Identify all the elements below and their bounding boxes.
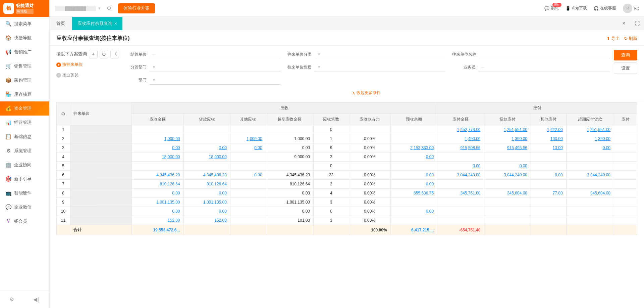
query-button[interactable]: 查询 — [614, 50, 637, 60]
table-cell[interactable] — [183, 134, 230, 143]
table-cell[interactable] — [230, 189, 266, 198]
sidebar-collapse-btn[interactable]: ◀‖ — [31, 294, 42, 305]
table-cell[interactable] — [531, 216, 567, 225]
table-cell[interactable]: 4,345,436.20 — [131, 171, 183, 180]
sidebar-item-guide[interactable]: 🎯 新手引导 — [0, 172, 49, 186]
table-cell[interactable]: 345,761.00 — [437, 189, 484, 198]
window-expand-button[interactable]: ⛶ — [631, 17, 644, 30]
table-cell[interactable]: 0.00 — [183, 207, 230, 216]
table-cell[interactable]: 915,508.56 — [437, 143, 484, 152]
table-cell[interactable]: 3,044,240.00 — [437, 171, 484, 180]
table-cell[interactable]: 1,251,551.00 — [566, 125, 614, 134]
user-profile[interactable]: R Rit — [623, 4, 639, 13]
table-cell[interactable] — [131, 162, 183, 171]
table-cell[interactable]: 0.00 — [230, 171, 266, 180]
sidebar-item-finance[interactable]: 💰 资金管理 — [0, 101, 49, 116]
add-scheme-button[interactable]: + — [89, 50, 98, 58]
total-receivable[interactable]: 19,553,472,6... — [131, 225, 183, 235]
table-cell[interactable]: 77.00 — [531, 189, 567, 198]
sidebar-item-corp[interactable]: 🏢 企业协同 — [0, 158, 49, 172]
table-cell[interactable] — [437, 207, 484, 216]
table-cell[interactable]: 1,222.00 — [531, 125, 567, 134]
settlement-unit-input[interactable]: ··· — [149, 50, 281, 59]
table-cell[interactable]: 1,000.00 — [230, 134, 266, 143]
table-cell[interactable]: 0.00 — [390, 180, 437, 189]
table-cell[interactable] — [437, 180, 484, 189]
table-cell[interactable] — [437, 152, 484, 162]
table-cell[interactable]: 345,684.00 — [566, 189, 614, 198]
table-cell[interactable] — [566, 162, 614, 171]
dept-input[interactable]: ▼ — [149, 62, 281, 72]
tab-close-icon[interactable]: × — [114, 21, 117, 26]
scheme-option-partner[interactable]: ● 按往来单位 — [56, 60, 119, 69]
table-cell[interactable]: 0.00 — [183, 143, 230, 152]
table-cell[interactable] — [566, 152, 614, 162]
table-cell[interactable]: 3,044,240.00 — [566, 171, 614, 180]
table-cell[interactable]: 3,044,240.00 — [484, 171, 531, 180]
table-cell[interactable]: 100.00 — [531, 134, 567, 143]
table-cell[interactable]: 0.00 — [437, 162, 484, 171]
table-cell[interactable] — [230, 180, 266, 189]
table-cell[interactable]: 0.00 — [183, 189, 230, 198]
sidebar-item-basic[interactable]: 📋 基础信息 — [0, 130, 49, 144]
table-cell[interactable] — [484, 198, 531, 207]
table-cell[interactable] — [566, 198, 614, 207]
sidebar-item-wechat[interactable]: 💬 企业微信 — [0, 200, 49, 214]
table-cell[interactable]: 1,490.00 — [437, 134, 484, 143]
table-cell[interactable] — [566, 216, 614, 225]
settings-button[interactable]: 设置 — [614, 62, 637, 74]
table-cell[interactable]: 1,251,551.00 — [484, 125, 531, 134]
sidebar-item-member[interactable]: V 畅会员 — [0, 214, 49, 228]
table-cell[interactable]: 18,000.00 — [131, 152, 183, 162]
table-cell[interactable] — [230, 216, 266, 225]
app-download-button[interactable]: 📱 App下载 — [566, 5, 587, 11]
sidebar-settings-btn[interactable]: ⚙ — [7, 294, 16, 305]
sidebar-item-operation[interactable]: 📊 经营管理 — [0, 116, 49, 130]
collapse-more-button[interactable]: ∧ 收起更多条件 — [352, 88, 381, 98]
table-cell[interactable] — [531, 152, 567, 162]
table-cell[interactable] — [390, 125, 437, 134]
partner-name-input[interactable] — [479, 50, 610, 59]
table-cell[interactable] — [131, 125, 183, 134]
topbar-gear-icon[interactable]: ⚙ — [107, 5, 111, 11]
table-cell[interactable] — [566, 207, 614, 216]
message-button[interactable]: 💬 消息 99+ — [544, 5, 559, 11]
table-cell[interactable]: 2,153,333.00 — [390, 143, 437, 152]
department-input[interactable]: ▼ — [149, 75, 281, 85]
table-cell[interactable]: 345,684.00 — [484, 189, 531, 198]
table-cell[interactable]: 1,001,135.00 — [183, 198, 230, 207]
sidebar-item-sales[interactable]: 🛒 销售管理 — [0, 59, 49, 73]
table-cell[interactable] — [230, 198, 266, 207]
sidebar-item-inventory[interactable]: 🏪 库存核算 — [0, 87, 49, 101]
table-cell[interactable] — [531, 198, 567, 207]
table-cell[interactable]: 13.00 — [531, 143, 567, 152]
table-cell[interactable] — [230, 125, 266, 134]
table-cell[interactable]: 0.00 — [484, 162, 531, 171]
table-cell[interactable]: 810,126.64 — [131, 180, 183, 189]
table-cell[interactable]: 1,252,773.00 — [437, 125, 484, 134]
table-cell[interactable] — [484, 180, 531, 189]
table-cell[interactable] — [183, 162, 230, 171]
table-cell[interactable]: 0.00 — [390, 171, 437, 180]
table-cell[interactable]: 0.00 — [131, 207, 183, 216]
table-cell[interactable]: 0.00 — [131, 143, 183, 152]
table-cell[interactable] — [230, 152, 266, 162]
refresh-button[interactable]: ↻ 刷新 — [624, 36, 637, 42]
table-cell[interactable]: 1,390.00 — [566, 134, 614, 143]
scheme-settings-button[interactable]: ⊙ — [100, 50, 108, 58]
table-cell[interactable] — [484, 207, 531, 216]
table-cell[interactable] — [437, 216, 484, 225]
table-cell[interactable] — [390, 216, 437, 225]
table-cell[interactable]: 810,126.64 — [183, 180, 230, 189]
table-cell[interactable]: 1,390.00 — [484, 134, 531, 143]
window-close-button[interactable]: × — [617, 17, 631, 30]
table-cell[interactable]: 1,001,135.00 — [131, 198, 183, 207]
partner-category-input[interactable]: ▼ — [314, 50, 445, 59]
scheme-collapse-button[interactable]: 《 — [110, 50, 119, 58]
table-cell[interactable] — [531, 180, 567, 189]
table-cell[interactable] — [230, 207, 266, 216]
table-cell[interactable] — [531, 207, 567, 216]
table-cell[interactable] — [531, 162, 567, 171]
partner-nature-input[interactable]: ▼ — [314, 62, 445, 72]
service-button[interactable]: 🎧 在线客服 — [594, 5, 616, 11]
